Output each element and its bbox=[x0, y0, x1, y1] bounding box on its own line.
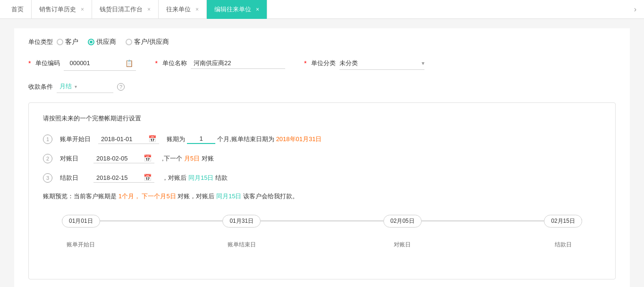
payment-help-icon[interactable]: ? bbox=[117, 83, 125, 91]
reconcile-calendar-icon[interactable]: 📅 bbox=[144, 154, 152, 162]
period-row-2: 2 对账日 📅 ,下一个 月5日 对账 bbox=[43, 153, 601, 163]
unit-name-label: 单位名称 bbox=[162, 59, 187, 68]
period-num-1: 1 bbox=[43, 135, 52, 144]
timeline-item-3: 02月05日 对账日 bbox=[383, 215, 422, 249]
close-partner[interactable]: × bbox=[195, 6, 199, 13]
radio-customer-circle bbox=[57, 39, 63, 45]
timeline-item-2: 01月31日 账单结束日 bbox=[222, 215, 261, 249]
timeline-badge-4: 02月15日 bbox=[544, 215, 582, 228]
preview-months: 1个月， bbox=[119, 193, 140, 200]
unit-name-field: * 单位名称 bbox=[155, 58, 285, 69]
preview-reconcile-day: 下一个月5日 bbox=[142, 193, 176, 200]
timeline-connector-2 bbox=[241, 230, 242, 238]
tab-edit-partner[interactable]: 编辑往来单位 × bbox=[207, 0, 267, 19]
tabs-bar: 首页 销售订单历史 × 钱货日清工作台 × 往来单位 × 编辑往来单位 × › bbox=[0, 0, 644, 19]
timeline-items: 01月01日 账单开始日 01月31日 账单结束日 02月05日 bbox=[62, 215, 582, 249]
payment-calendar-icon[interactable]: 📅 bbox=[144, 174, 152, 181]
radio-supplier[interactable]: 供应商 bbox=[88, 38, 116, 46]
unit-type-label: 单位类型 bbox=[28, 38, 53, 46]
radio-both-circle bbox=[126, 39, 132, 45]
payment-select[interactable]: 月结 ▾ bbox=[57, 80, 113, 93]
timeline-wrapper: 01月01日 账单开始日 01月31日 账单结束日 02月05日 bbox=[43, 210, 601, 268]
unit-code-label: 单位编码 bbox=[35, 59, 60, 68]
radio-customer[interactable]: 客户 bbox=[57, 38, 78, 46]
period-desc-1: 账期为 个月,账单结束日期为 2018年01月31日 bbox=[167, 134, 322, 144]
timeline-label-3: 对账日 bbox=[394, 241, 411, 249]
radio-both[interactable]: 客户/供应商 bbox=[126, 38, 169, 46]
reconcile-date-input[interactable] bbox=[96, 155, 144, 162]
period-row-3: 3 结款日 📅 ，对账后 同月15日 结款 bbox=[43, 173, 601, 183]
preview-label: 账期预览：当前客户账期是 bbox=[43, 193, 117, 200]
period-title: 请按照未来的一个完整帐期进行设置 bbox=[43, 114, 601, 123]
period-label-3: 结款日 bbox=[60, 174, 78, 182]
payment-label: 收款条件 bbox=[28, 83, 53, 91]
timeline-badge-3: 02月05日 bbox=[383, 215, 422, 228]
radio-supplier-label: 供应商 bbox=[96, 38, 116, 46]
main-content: 单位类型 客户 供应商 客户/供应商 bbox=[0, 19, 644, 287]
close-sales-history[interactable]: × bbox=[81, 6, 84, 13]
period-label-1: 账单开始日 bbox=[60, 135, 91, 144]
timeline-badge-2: 01月31日 bbox=[222, 215, 261, 228]
unit-name-input[interactable] bbox=[191, 58, 285, 69]
timeline-label-4: 结款日 bbox=[555, 241, 572, 249]
start-date-wrapper: 📅 bbox=[98, 134, 159, 144]
unit-code-input-wrapper: 📋 bbox=[64, 56, 136, 71]
category-chevron-icon: ▾ bbox=[422, 60, 424, 67]
timeline-label-2: 账单结束日 bbox=[228, 241, 256, 249]
reconcile-date-wrapper: 📅 bbox=[93, 153, 154, 163]
radio-customer-label: 客户 bbox=[65, 38, 78, 46]
tab-cash-work[interactable]: 钱货日清工作台 × bbox=[92, 0, 159, 19]
close-cash-work[interactable]: × bbox=[147, 6, 151, 13]
tab-home[interactable]: 首页 bbox=[4, 0, 32, 19]
timeline-connector-4 bbox=[563, 230, 564, 238]
reconcile-day-highlight: 月5日 bbox=[184, 154, 200, 163]
code-required-star: * bbox=[28, 59, 31, 67]
code-name-row: * 单位编码 📋 * 单位名称 * 单位分类 未分类 ▾ bbox=[28, 56, 616, 71]
cat-required-star: * bbox=[304, 59, 306, 67]
period-desc-3: ，对账后 同月15日 结款 bbox=[162, 174, 228, 182]
unit-type-field: 单位类型 客户 供应商 客户/供应商 bbox=[28, 38, 169, 46]
preview-suffix: 该客户会给我打款。 bbox=[243, 193, 298, 200]
period-num-2: 2 bbox=[43, 154, 52, 163]
unit-category-select[interactable]: 未分类 ▾ bbox=[339, 57, 424, 70]
payment-date-input[interactable] bbox=[96, 174, 144, 181]
payment-date-wrapper: 📅 bbox=[93, 173, 154, 183]
unit-code-field: * 单位编码 📋 bbox=[28, 56, 136, 71]
name-required-star: * bbox=[155, 59, 157, 67]
timeline-badge-1: 01月01日 bbox=[62, 215, 100, 228]
payment-day-highlight: 同月15日 bbox=[188, 174, 213, 182]
tabs-arrow[interactable]: › bbox=[630, 5, 640, 14]
start-date-calendar-icon[interactable]: 📅 bbox=[148, 135, 156, 143]
timeline-label-1: 账单开始日 bbox=[67, 241, 95, 249]
unit-code-input[interactable] bbox=[67, 58, 123, 68]
unit-category-value: 未分类 bbox=[339, 59, 419, 68]
preview-reconcile-text: 对账，对账后 bbox=[178, 193, 214, 200]
unit-type-row: 单位类型 客户 供应商 客户/供应商 bbox=[28, 38, 616, 46]
preview-text: 账期预览：当前客户账期是 1个月， 下一个月5日 对账，对账后 同月15日 该客… bbox=[43, 192, 601, 201]
period-row-1: 1 账单开始日 📅 账期为 个月,账单结束日期为 2018年01月31日 bbox=[43, 134, 601, 144]
radio-both-label: 客户/供应商 bbox=[134, 38, 169, 46]
end-date-highlight: 2018年01月31日 bbox=[276, 135, 322, 144]
timeline-connector-1 bbox=[80, 230, 81, 238]
timeline-connector-3 bbox=[402, 230, 403, 238]
tab-sales-history[interactable]: 销售订单历史 × bbox=[32, 0, 92, 19]
radio-supplier-circle bbox=[88, 39, 94, 45]
timeline-item-4: 02月15日 结款日 bbox=[544, 215, 582, 249]
period-months-input[interactable] bbox=[187, 134, 215, 144]
unit-type-radio-group: 客户 供应商 客户/供应商 bbox=[57, 38, 169, 46]
timeline-item-1: 01月01日 账单开始日 bbox=[62, 215, 100, 249]
preview-payment-day: 同月15日 bbox=[216, 193, 241, 200]
period-num-3: 3 bbox=[43, 173, 52, 183]
unit-category-label: 单位分类 bbox=[311, 59, 336, 68]
payment-chevron-icon: ▾ bbox=[75, 84, 77, 89]
payment-value: 月结 bbox=[59, 82, 72, 91]
close-edit-partner[interactable]: × bbox=[256, 6, 259, 13]
code-calendar-icon[interactable]: 📋 bbox=[125, 59, 133, 67]
form-section: 单位类型 客户 供应商 客户/供应商 bbox=[14, 28, 630, 287]
start-date-input[interactable] bbox=[101, 135, 148, 143]
tab-partner[interactable]: 往来单位 × bbox=[159, 0, 207, 19]
payment-field: 收款条件 月结 ▾ ? bbox=[28, 80, 125, 93]
period-box: 请按照未来的一个完整帐期进行设置 1 账单开始日 📅 账期为 个月,账单结束日期… bbox=[28, 102, 616, 279]
period-desc-2: ,下一个 月5日 对账 bbox=[162, 154, 214, 163]
period-label-2: 对账日 bbox=[60, 154, 78, 163]
